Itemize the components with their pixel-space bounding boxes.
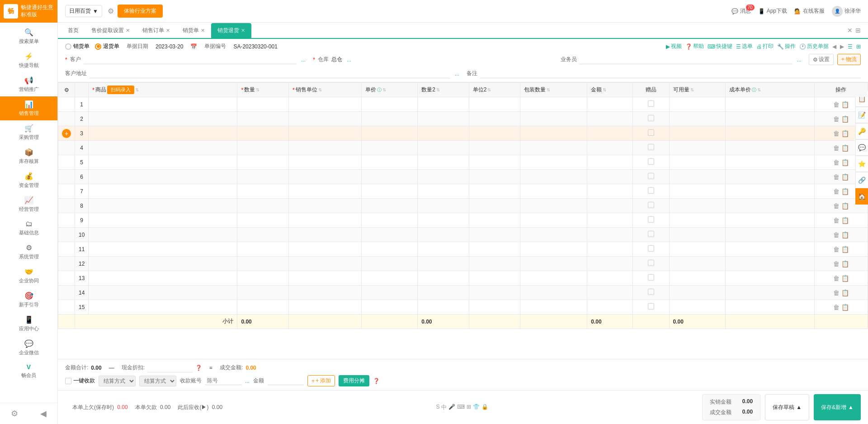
cell-cost-11[interactable]: [725, 242, 814, 257]
cell-unit2-2[interactable]: [469, 112, 520, 126]
cell-qty2-4[interactable]: [418, 141, 469, 155]
shortcut-action[interactable]: ⌨ 快捷键: [708, 43, 732, 50]
cell-unit-4[interactable]: [289, 141, 362, 155]
cell-unit2-8[interactable]: [469, 199, 520, 213]
gift-checkbox-14[interactable]: [648, 289, 654, 295]
tab-close-delivery[interactable]: ✕: [201, 28, 205, 33]
cell-amount-12[interactable]: [587, 257, 632, 271]
row-gear-2[interactable]: [58, 112, 75, 126]
cell-unit2-6[interactable]: [469, 170, 520, 184]
cell-unit-9[interactable]: [289, 213, 362, 228]
cell-qty-10[interactable]: [237, 228, 289, 242]
cell-amount-7[interactable]: [587, 184, 632, 199]
cell-gift-8[interactable]: [632, 199, 669, 213]
cell-unit2-1[interactable]: [469, 97, 520, 112]
tab-price-setting[interactable]: 售价提取设置 ✕: [85, 23, 136, 38]
ops-action[interactable]: 🔧 操作: [777, 43, 796, 50]
cell-pack-5[interactable]: [520, 155, 587, 170]
cell-price-1[interactable]: [361, 97, 417, 112]
cell-price-5[interactable]: [361, 155, 417, 170]
cell-available-9[interactable]: [669, 213, 725, 228]
cell-pack-15[interactable]: [520, 300, 587, 314]
cell-qty-11[interactable]: [237, 242, 289, 257]
cell-unit-3[interactable]: [289, 126, 362, 141]
topbar-gear-icon[interactable]: ⚙: [108, 7, 114, 15]
cell-unit-1[interactable]: [289, 97, 362, 112]
cell-qty-1[interactable]: [237, 97, 289, 112]
cell-amount-2[interactable]: [587, 112, 632, 126]
calendar-icon[interactable]: 📅: [190, 43, 197, 50]
cell-product-5[interactable]: [89, 155, 237, 170]
cell-product-8[interactable]: [89, 199, 237, 213]
product-input-3[interactable]: [92, 130, 233, 137]
cell-pack-9[interactable]: [520, 213, 587, 228]
cta-button[interactable]: 体验行业方案: [118, 5, 163, 18]
cell-available-15[interactable]: [669, 300, 725, 314]
cell-amount-1[interactable]: [587, 97, 632, 112]
cell-pack-12[interactable]: [520, 257, 587, 271]
customer-input[interactable]: [84, 55, 297, 64]
cell-qty2-11[interactable]: [418, 242, 469, 257]
cell-product-15[interactable]: [89, 300, 237, 314]
tab-close-all[interactable]: ✕: [847, 27, 853, 34]
cell-gift-6[interactable]: [632, 170, 669, 184]
copy-row-2[interactable]: 📋: [841, 115, 849, 123]
row-gear-13[interactable]: [58, 271, 75, 286]
row-gear-10[interactable]: [58, 228, 75, 242]
cell-pack-3[interactable]: [520, 126, 587, 141]
help-action[interactable]: ❓ 帮助: [685, 43, 704, 50]
print-action[interactable]: 🖨 打印: [756, 43, 774, 50]
delete-row-9[interactable]: 🗑: [833, 217, 840, 224]
gift-checkbox-2[interactable]: [648, 115, 654, 121]
cell-pack-4[interactable]: [520, 141, 587, 155]
add-row-btn-3[interactable]: +: [62, 129, 71, 138]
radio-return[interactable]: 退货单: [95, 43, 119, 50]
logistics-btn[interactable]: + 物流: [837, 54, 861, 65]
staff-dots[interactable]: ...: [797, 57, 802, 63]
cell-price-2[interactable]: [361, 112, 417, 126]
account-dots[interactable]: ...: [245, 378, 250, 384]
radio-sales[interactable]: 销货单: [65, 43, 90, 50]
cell-available-1[interactable]: [669, 97, 725, 112]
cell-cost-4[interactable]: [725, 141, 814, 155]
split-cost-btn[interactable]: 费用分摊: [339, 375, 369, 386]
cell-qty-13[interactable]: [237, 271, 289, 286]
copy-row-8[interactable]: 📋: [841, 202, 849, 210]
cell-available-3[interactable]: [669, 126, 725, 141]
delete-row-10[interactable]: 🗑: [833, 231, 840, 238]
cell-amount-8[interactable]: [587, 199, 632, 213]
sidebar-item-search[interactable]: 🔍 搜索菜单: [0, 24, 57, 48]
sidebar-item-purchase[interactable]: 🛒 采购管理: [0, 120, 57, 144]
delete-row-12[interactable]: 🗑: [833, 260, 840, 267]
cell-available-14[interactable]: [669, 286, 725, 300]
cell-price-7[interactable]: [361, 184, 417, 199]
app-download-btn[interactable]: 📱 App下载: [758, 7, 787, 15]
cell-pack-7[interactable]: [520, 184, 587, 199]
cell-unit2-3[interactable]: [469, 126, 520, 141]
collapse-btn[interactable]: ◀: [37, 407, 50, 420]
cell-amount-14[interactable]: [587, 286, 632, 300]
row-gear-3[interactable]: +: [58, 126, 75, 141]
copy-row-6[interactable]: 📋: [841, 173, 849, 181]
copy-row-3[interactable]: 📋: [841, 130, 849, 137]
message-btn[interactable]: 💬 消息 70: [731, 7, 751, 15]
user-menu[interactable]: 👤 徐泽华: [832, 6, 861, 17]
cell-price-6[interactable]: [361, 170, 417, 184]
rsi-icon-3[interactable]: 🔑: [855, 123, 868, 139]
cell-gift-5[interactable]: [632, 155, 669, 170]
sidebar-item-appstore[interactable]: 📱 应用中心: [0, 312, 57, 336]
cell-qty-8[interactable]: [237, 199, 289, 213]
cell-gift-7[interactable]: [632, 184, 669, 199]
customer-dots[interactable]: ...: [301, 57, 306, 63]
delete-row-1[interactable]: 🗑: [833, 101, 840, 108]
cell-qty-9[interactable]: [237, 213, 289, 228]
cell-price-10[interactable]: [361, 228, 417, 242]
rsi-icon-5[interactable]: ⭐: [855, 156, 868, 172]
cell-qty2-3[interactable]: [418, 126, 469, 141]
cell-cost-9[interactable]: [725, 213, 814, 228]
cell-price-9[interactable]: [361, 213, 417, 228]
cell-qty-14[interactable]: [237, 286, 289, 300]
cell-unit-5[interactable]: [289, 155, 362, 170]
cell-unit-8[interactable]: [289, 199, 362, 213]
gift-checkbox-1[interactable]: [648, 100, 654, 107]
